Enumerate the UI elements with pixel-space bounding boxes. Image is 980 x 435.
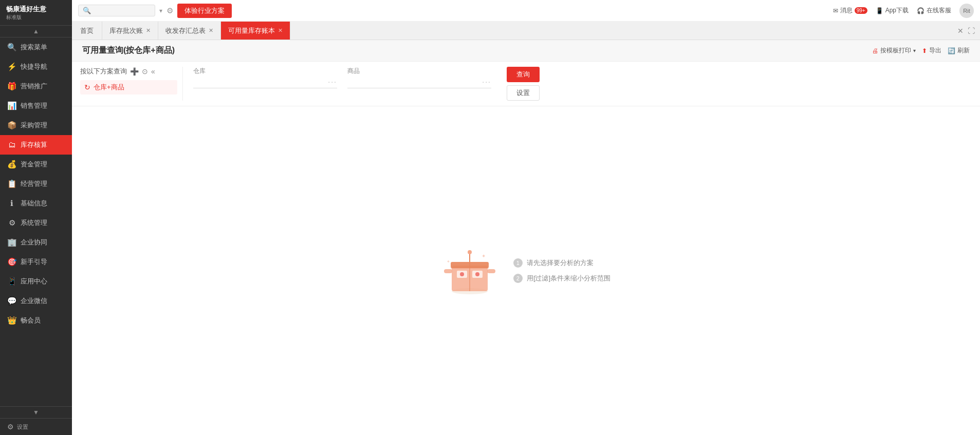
sidebar-purchase-icon: 📦	[7, 121, 16, 130]
sidebar-system-icon: ⚙	[7, 218, 16, 228]
warehouse-label: 仓库	[193, 67, 337, 75]
user-avatar[interactable]: Rit	[959, 4, 974, 18]
svg-point-7	[460, 272, 464, 276]
print-button[interactable]: 🖨 按模板打印 ▾	[872, 46, 916, 55]
goods-dots[interactable]: ···	[482, 78, 491, 86]
trial-button[interactable]: 体验行业方案	[177, 4, 232, 18]
search-input[interactable]	[93, 7, 134, 14]
tab-available[interactable]: 可用量库存账本 ✕	[221, 22, 290, 40]
sidebar-footer[interactable]: ⚙ 设置	[0, 418, 72, 435]
tip-text-1: 请先选择要分析的方案	[527, 258, 594, 268]
main: 🔍 ▾ ⚙ 体验行业方案 ✉ 消息 99+ 📱 App下载 🎧 在线客服 Rit	[72, 0, 980, 435]
sidebar-enterprise-label: 企业协同	[21, 238, 47, 247]
scroll-down-icon[interactable]: ▼	[33, 409, 39, 416]
settings-scheme-icon[interactable]: ⊙	[142, 67, 148, 75]
tab-batch-close-icon[interactable]: ✕	[146, 27, 151, 34]
sidebar-item-marketing[interactable]: 🎁 营销推广	[0, 77, 72, 96]
scheme-warehouse-goods[interactable]: ↻ 仓库+商品	[80, 80, 177, 94]
sidebar: 畅康通好生意 标准版 ▲ 🔍 搜索菜单 ⚡ 快捷导航 🎁 营销推广 📊 销售管理…	[0, 0, 72, 435]
sidebar-item-appstore[interactable]: 📱 应用中心	[0, 272, 72, 291]
sidebar-item-shortcut[interactable]: ⚡ 快捷导航	[0, 57, 72, 77]
sidebar-item-newbie[interactable]: 🎯 新手引导	[0, 252, 72, 272]
collapse-scheme-icon[interactable]: «	[151, 67, 155, 75]
goods-input[interactable]	[347, 78, 482, 86]
sidebar-item-search[interactable]: 🔍 搜索菜单	[0, 37, 72, 57]
sidebar-item-member[interactable]: 👑 畅会员	[0, 311, 72, 330]
sidebar-shortcut-label: 快捷导航	[21, 62, 47, 71]
topbar-gear-icon[interactable]: ⚙	[167, 6, 173, 15]
search-icon: 🔍	[83, 7, 91, 14]
print-icon: 🖨	[872, 47, 878, 54]
sidebar-purchase-label: 采购管理	[21, 121, 47, 130]
warehouse-input[interactable]	[193, 78, 328, 86]
app-download-item[interactable]: 📱 App下载	[876, 6, 909, 15]
sidebar-inventory-label: 库存核算	[21, 140, 47, 149]
sidebar-wechat-icon: 💬	[7, 296, 16, 306]
sidebar-search-label: 搜索菜单	[21, 43, 47, 52]
page-header-actions: 🖨 按模板打印 ▾ ⬆ 导出 🔄 刷新	[872, 46, 970, 55]
refresh-icon: 🔄	[948, 47, 955, 54]
tab-close-all-icon[interactable]: ✕	[957, 27, 964, 35]
page-title: 可用量查询(按仓库+商品)	[82, 45, 175, 56]
sidebar-item-wechat[interactable]: 💬 企业微信	[0, 291, 72, 311]
sidebar-item-purchase[interactable]: 📦 采购管理	[0, 116, 72, 135]
svg-point-8	[475, 272, 479, 276]
scroll-up-icon[interactable]: ▲	[33, 28, 39, 35]
filter-schemes-header: 按以下方案查询 ➕ ⊙ «	[80, 67, 177, 76]
sidebar-item-finance[interactable]: 💰 资金管理	[0, 155, 72, 174]
export-icon: ⬆	[922, 47, 927, 54]
service-icon: 🎧	[917, 7, 924, 14]
sidebar-scroll: 🔍 搜索菜单 ⚡ 快捷导航 🎁 营销推广 📊 销售管理 📦 采购管理 🗂 库存核…	[0, 37, 72, 406]
topbar-chevron-icon[interactable]: ▾	[159, 7, 162, 14]
sidebar-search-icon: 🔍	[7, 43, 16, 52]
refresh-button[interactable]: 🔄 刷新	[948, 46, 970, 55]
sidebar-item-operations[interactable]: 📋 经营管理	[0, 174, 72, 194]
sidebar-operations-label: 经营管理	[21, 179, 47, 188]
sidebar-item-basic[interactable]: ℹ 基础信息	[0, 194, 72, 213]
tab-available-close-icon[interactable]: ✕	[278, 27, 283, 34]
export-button[interactable]: ⬆ 导出	[922, 46, 941, 55]
tab-expand-icon[interactable]: ⛶	[968, 27, 975, 35]
sidebar-shortcut-icon: ⚡	[7, 62, 16, 71]
sidebar-item-system[interactable]: ⚙ 系统管理	[0, 213, 72, 233]
sidebar-item-inventory[interactable]: 🗂 库存核算	[0, 135, 72, 155]
goods-label: 商品	[347, 67, 491, 75]
tab-summary[interactable]: 收发存汇总表 ✕	[158, 22, 221, 40]
add-scheme-icon[interactable]: ➕	[130, 67, 139, 75]
sidebar-appstore-label: 应用中心	[21, 277, 47, 286]
home-label: 首页	[80, 26, 94, 35]
sidebar-basic-icon: ℹ	[7, 199, 16, 208]
customer-service-item[interactable]: 🎧 在线客服	[917, 6, 951, 15]
query-button[interactable]: 查询	[507, 67, 540, 82]
goods-input-row: ···	[347, 78, 491, 88]
svg-rect-11	[444, 269, 452, 273]
page-header: 可用量查询(按仓库+商品) 🖨 按模板打印 ▾ ⬆ 导出 🔄 刷新	[72, 40, 980, 62]
content: 可用量查询(按仓库+商品) 🖨 按模板打印 ▾ ⬆ 导出 🔄 刷新	[72, 40, 980, 435]
settings-button[interactable]: 设置	[507, 85, 540, 101]
sidebar-enterprise-icon: 🏢	[7, 238, 16, 247]
sidebar-item-enterprise[interactable]: 🏢 企业协同	[0, 233, 72, 252]
topbar-search[interactable]: 🔍	[78, 5, 155, 16]
sidebar-sales-label: 销售管理	[21, 101, 47, 110]
print-label: 按模板打印	[880, 46, 911, 55]
schemes-header-label: 按以下方案查询	[80, 67, 127, 76]
export-label: 导出	[929, 46, 941, 55]
tabbar: 首页 库存批次账 ✕ 收发存汇总表 ✕ 可用量库存账本 ✕ ✕ ⛶	[72, 22, 980, 40]
sidebar-item-sales[interactable]: 📊 销售管理	[0, 96, 72, 116]
svg-text:✦: ✦	[447, 259, 450, 264]
empty-illustration: ✦ ✦	[441, 242, 498, 299]
sidebar-inventory-icon: 🗂	[7, 140, 16, 149]
sidebar-marketing-icon: 🎁	[7, 82, 16, 91]
filter-goods: 商品 ···	[347, 67, 491, 88]
phone-icon: 📱	[876, 7, 883, 14]
message-item[interactable]: ✉ 消息 99+	[833, 6, 867, 15]
scheme-rotate-icon: ↻	[84, 83, 90, 91]
service-label: 在线客服	[927, 6, 951, 15]
tip-num-1: 1	[513, 258, 523, 268]
sidebar-basic-label: 基础信息	[21, 199, 47, 208]
tab-batch[interactable]: 库存批次账 ✕	[102, 22, 158, 40]
warehouse-dots[interactable]: ···	[328, 78, 337, 86]
tab-home[interactable]: 首页	[72, 22, 102, 40]
tab-summary-close-icon[interactable]: ✕	[209, 27, 213, 34]
sidebar-marketing-label: 营销推广	[21, 82, 47, 91]
